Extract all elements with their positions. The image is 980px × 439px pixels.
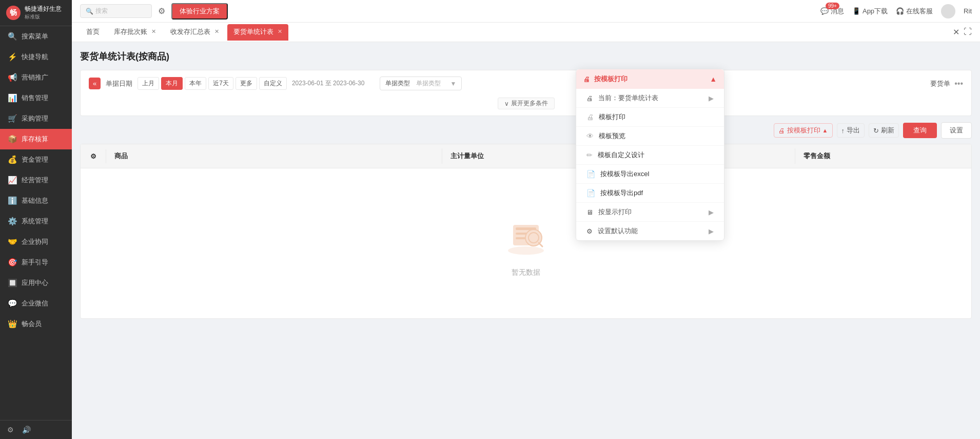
- tab-receivable-close[interactable]: ✕: [214, 28, 219, 35]
- sidebar-item-inventory[interactable]: 📦 库存核算: [0, 129, 72, 149]
- tab-inventory-batch[interactable]: 库存批次账 ✕: [108, 24, 162, 41]
- date-btn-7days[interactable]: 近7天: [208, 77, 233, 90]
- sidebar-item-label: 系统管理: [22, 217, 48, 226]
- tab-receivable[interactable]: 收发存汇总表 ✕: [164, 24, 225, 41]
- trial-button[interactable]: 体验行业方案: [171, 3, 228, 20]
- print-label: 按模板打印: [787, 126, 820, 135]
- dropdown-template-print[interactable]: 🖨 模板打印: [576, 108, 724, 127]
- member-icon: 👑: [7, 319, 17, 329]
- username-label: Rit: [964, 7, 972, 15]
- date-btn-more[interactable]: 更多: [236, 77, 257, 90]
- dropdown-default-left: ⚙ 设置默认功能: [586, 226, 638, 236]
- page-title: 要货单统计表(按商品): [80, 50, 972, 63]
- date-btn-this-month[interactable]: 本月: [161, 77, 183, 90]
- sound-bottom-icon[interactable]: 🔊: [22, 426, 31, 434]
- right-toolbar: 🖨 按模板打印 ▲ ↑ 导出 ↻ 刷新 查询 设置: [774, 122, 972, 139]
- online-service-action[interactable]: 🎧 在线客服: [896, 7, 933, 16]
- settings-button[interactable]: 设置: [941, 122, 972, 139]
- sidebar-item-label: 企业微信: [22, 299, 48, 308]
- dropdown-display-print[interactable]: 🖥 按显示打印 ▶: [576, 203, 724, 222]
- sidebar-item-collab[interactable]: 🤝 企业协同: [0, 232, 72, 252]
- export-icon: ↑: [841, 127, 845, 135]
- export-btn[interactable]: ↑ 导出: [837, 123, 865, 138]
- dropdown-template-pdf[interactable]: 📄 按模板导出pdf: [576, 184, 724, 203]
- sidebar-scroll: 🔍 搜索菜单 ⚡ 快捷导航 📢 营销推广 📊 销售管理 🛒 采购管理 📦 库存核…: [0, 26, 72, 420]
- dropdown-template-custom[interactable]: ✏ 模板自定义设计: [576, 146, 724, 165]
- query-button[interactable]: 查询: [903, 123, 937, 138]
- sidebar-item-finance[interactable]: 💰 资金管理: [0, 149, 72, 170]
- dropdown-header[interactable]: 🖨 按模板打印 ▲: [576, 69, 724, 89]
- type-filter-select[interactable]: 单据类型 单据类型 ▼: [380, 77, 462, 90]
- dropdown-default-func[interactable]: ⚙ 设置默认功能 ▶: [576, 222, 724, 240]
- tab-fullscreen-btn[interactable]: ⛶: [964, 27, 972, 37]
- template-custom-icon: ✏: [586, 151, 593, 159]
- tag-label: 要货单: [930, 79, 950, 88]
- print-template-btn[interactable]: 🖨 按模板打印 ▲: [774, 123, 833, 138]
- date-btn-custom[interactable]: 自定义: [259, 77, 287, 90]
- sidebar-item-label: 资金管理: [22, 155, 48, 164]
- collab-icon: 🤝: [7, 237, 17, 246]
- tab-home[interactable]: 首页: [80, 24, 106, 41]
- sidebar-item-purchase[interactable]: 🛒 采购管理: [0, 108, 72, 129]
- sidebar-item-shortcut[interactable]: ⚡ 快捷导航: [0, 47, 72, 67]
- logo-badge: 标准版: [25, 13, 62, 21]
- type-filter-chevron: ▼: [450, 80, 456, 87]
- tab-inventory-batch-label: 库存批次账: [114, 27, 147, 36]
- refresh-btn[interactable]: ↻ 刷新: [869, 123, 899, 138]
- dropdown-default-chevron: ▶: [709, 227, 714, 235]
- main-area: 🔍 搜索 ⚙ 体验行业方案 💬 消息 99+ 📱 App下载 🎧 在线客服 Ri…: [72, 0, 980, 439]
- system-icon: ⚙️: [7, 217, 17, 226]
- topbar: 🔍 搜索 ⚙ 体验行业方案 💬 消息 99+ 📱 App下载 🎧 在线客服 Ri…: [72, 0, 980, 23]
- tab-order-stats-label: 要货单统计表: [233, 27, 273, 36]
- dropdown-header-label: 按模板打印: [594, 74, 628, 84]
- template-preview-label: 模板预览: [599, 131, 625, 141]
- sidebar-item-apps[interactable]: 🔲 应用中心: [0, 273, 72, 293]
- sidebar-item-base[interactable]: ℹ️ 基础信息: [0, 190, 72, 211]
- settings-bottom-icon[interactable]: ⚙: [7, 426, 14, 434]
- app-download-icon: 📱: [852, 7, 860, 15]
- th-gear[interactable]: ⚙: [81, 149, 106, 163]
- filter-toggle-btn[interactable]: «: [89, 78, 101, 89]
- dropdown-template-excel[interactable]: 📄 按模板导出excel: [576, 165, 724, 184]
- more-options-icon[interactable]: •••: [954, 79, 963, 88]
- dropdown-header-left: 🖨 按模板打印: [583, 74, 628, 84]
- sidebar-item-guide[interactable]: 🎯 新手引导: [0, 252, 72, 273]
- date-btn-this-year[interactable]: 本年: [185, 77, 206, 90]
- apps-icon: 🔲: [7, 278, 17, 288]
- sidebar-item-marketing[interactable]: 📢 营销推广: [0, 67, 72, 88]
- type-filter-value: 单据类型: [412, 79, 441, 88]
- empty-text: 暂无数据: [512, 268, 540, 277]
- date-btn-last-month[interactable]: 上月: [138, 77, 159, 90]
- finance-icon: 💰: [7, 155, 17, 164]
- dropdown-current-item[interactable]: 🖨 当前：要货单统计表 ▶: [576, 89, 724, 108]
- filter-bar: « 单据日期 上月 本月 本年 近7天 更多 自定义 2023-06-01 至 …: [80, 70, 972, 116]
- dropdown-current-label: 当前：要货单统计表: [598, 93, 658, 103]
- refresh-icon: ↻: [873, 127, 879, 135]
- tab-close-all-btn[interactable]: ✕: [953, 27, 959, 37]
- sidebar-item-member[interactable]: 👑 畅会员: [0, 314, 72, 334]
- tab-inventory-batch-close[interactable]: ✕: [151, 28, 156, 35]
- dropdown-display-chevron: ▶: [709, 208, 714, 216]
- sidebar-item-sales[interactable]: 📊 销售管理: [0, 88, 72, 108]
- sidebar-item-operation[interactable]: 📈 经营管理: [0, 170, 72, 190]
- sidebar-item-label: 销售管理: [22, 93, 48, 103]
- dropdown-template-preview[interactable]: 👁 模板预览: [576, 127, 724, 146]
- sidebar-item-system[interactable]: ⚙️ 系统管理: [0, 211, 72, 232]
- sidebar-item-search[interactable]: 🔍 搜索菜单: [0, 26, 72, 47]
- tab-order-stats-close[interactable]: ✕: [278, 28, 282, 35]
- date-filter-label: 单据日期: [106, 79, 132, 88]
- dropdown-print-icon: 🖨: [583, 75, 590, 83]
- tab-order-stats[interactable]: 要货单统计表 ✕: [227, 24, 288, 41]
- avatar[interactable]: [941, 4, 955, 18]
- template-pdf-label: 按模板导出pdf: [600, 188, 643, 198]
- svg-line-7: [539, 243, 542, 246]
- message-action[interactable]: 💬 消息 99+: [820, 7, 844, 16]
- app-download-action[interactable]: 📱 App下载: [852, 7, 888, 16]
- th-amount: 零售金额: [795, 148, 971, 164]
- print-dropdown: 🖨 按模板打印 ▲ 🖨 当前：要货单统计表 ▶ 🖨 模板打印 👁 模板预览 ✏ …: [576, 69, 724, 241]
- sidebar-item-wecom[interactable]: 💬 企业微信: [0, 293, 72, 314]
- topbar-gear-icon[interactable]: ⚙: [158, 6, 165, 16]
- expand-conditions-btn[interactable]: ∨ 展开更多条件: [498, 98, 555, 109]
- table-empty-state: 暂无数据: [81, 168, 971, 318]
- topbar-search[interactable]: 🔍 搜索: [80, 4, 152, 18]
